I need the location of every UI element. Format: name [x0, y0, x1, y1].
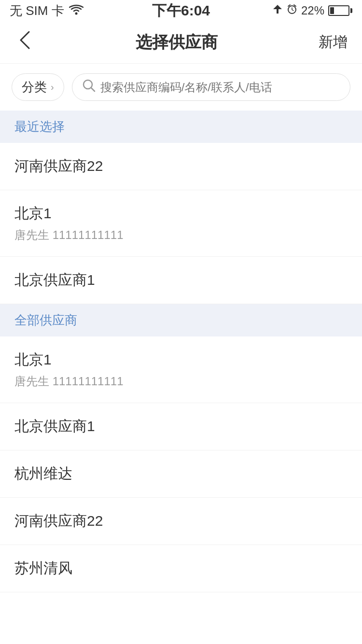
supplier-name: 河南供应商22 [14, 511, 348, 531]
list-item-a2[interactable]: 北京供应商1 [0, 403, 362, 450]
category-label: 分类 [22, 79, 47, 96]
battery-percent: 22% [301, 4, 324, 17]
nav-bar: 选择供应商 新增 [0, 21, 362, 64]
location-icon [272, 4, 283, 17]
status-bar: 无 SIM 卡 下午6:04 [0, 0, 362, 21]
supplier-contact: 唐先生 11111111111 [14, 227, 348, 243]
chevron-right-icon: › [51, 82, 54, 93]
back-button[interactable] [14, 26, 35, 58]
supplier-name: 北京供应商1 [14, 417, 348, 436]
list-item-r2[interactable]: 北京1唐先生 11111111111 [0, 190, 362, 257]
carrier-label: 无 SIM 卡 [10, 2, 64, 19]
alarm-icon [287, 4, 297, 17]
status-left: 无 SIM 卡 [10, 2, 84, 19]
status-time: 下午6:04 [152, 1, 210, 21]
filter-bar: 分类 › [0, 64, 362, 111]
list-item-a5[interactable]: 苏州清风 [0, 545, 362, 592]
list-item-a1[interactable]: 北京1唐先生 11111111111 [0, 336, 362, 403]
supplier-name: 北京1 [14, 350, 348, 370]
battery-icon [328, 5, 352, 16]
svg-point-0 [75, 12, 77, 14]
supplier-contact: 唐先生 11111111111 [14, 374, 348, 389]
search-input[interactable] [100, 81, 340, 94]
supplier-name: 北京1 [14, 204, 348, 224]
supplier-name: 苏州清风 [14, 559, 348, 578]
search-icon [82, 79, 96, 96]
section-header-all: 全部供应商 [0, 304, 362, 336]
list-item-r1[interactable]: 河南供应商22 [0, 143, 362, 190]
list-item-a3[interactable]: 杭州维达 [0, 450, 362, 498]
category-filter[interactable]: 分类 › [12, 73, 64, 101]
status-right: 22% [272, 4, 352, 17]
page-title: 选择供应商 [136, 31, 218, 54]
add-button[interactable]: 新增 [319, 32, 348, 52]
list-item-a4[interactable]: 河南供应商22 [0, 498, 362, 545]
list-item-r3[interactable]: 北京供应商1 [0, 257, 362, 304]
supplier-name: 河南供应商22 [14, 156, 348, 176]
supplier-name: 北京供应商1 [14, 270, 348, 290]
supplier-name: 杭州维达 [14, 464, 348, 484]
wifi-icon [69, 3, 84, 18]
supplier-list: 最近选择河南供应商22北京1唐先生 11111111111北京供应商1全部供应商… [0, 111, 362, 592]
section-header-recent: 最近选择 [0, 111, 362, 143]
search-box [72, 73, 350, 101]
